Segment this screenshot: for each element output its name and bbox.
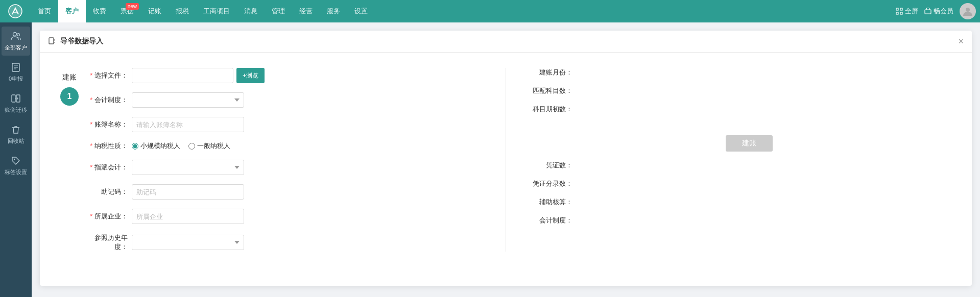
form-row-company: 所属企业： <box>87 209 485 224</box>
info-section: 建账月份： 匹配科目数： 科目期初数： 建账 凭证 <box>527 68 951 252</box>
svg-point-7 <box>13 33 17 36</box>
info-row-voucher: 凭证数： <box>527 161 951 170</box>
history-label: 参照历史年度： <box>87 233 128 252</box>
nav-business[interactable]: 工商项目 <box>196 0 237 22</box>
create-account-button[interactable]: 建账 <box>726 135 773 152</box>
radio-small-scale[interactable]: 小规模纳税人 <box>132 141 180 151</box>
dialog-body: 建账 1 选择文件： +浏览 <box>40 53 972 267</box>
radio-general-input[interactable] <box>188 143 195 150</box>
sidebar-item-trash[interactable]: 回收站 <box>2 120 30 149</box>
svg-rect-10 <box>12 95 15 102</box>
main-content: 导爷数据导入 × 建账 1 选择文件： <box>32 22 980 297</box>
accounting-select[interactable] <box>132 92 244 108</box>
svg-point-12 <box>14 159 15 160</box>
nav-tax[interactable]: 报税 <box>169 0 196 22</box>
accountant-control <box>132 160 244 175</box>
info-row-period: 科目期初数： <box>527 105 951 114</box>
voucher-label: 凭证数： <box>527 161 572 170</box>
top-nav: 首页 客户 收费 票据 new 记账 报税 工商项目 消息 管理 经营 服务 设… <box>0 0 980 22</box>
bookname-input[interactable] <box>132 117 244 132</box>
company-control <box>132 209 244 224</box>
file-input-group: +浏览 <box>132 68 265 83</box>
month-label: 建账月份： <box>527 68 572 77</box>
radio-general[interactable]: 一般纳税人 <box>188 141 230 151</box>
radio-group-tax: 小规模纳税人 一般纳税人 <box>132 141 230 151</box>
fullscreen-btn[interactable]: 全屏 <box>896 7 918 16</box>
period-label: 科目期初数： <box>527 105 572 114</box>
tag-icon <box>10 155 21 166</box>
svg-rect-13 <box>49 38 54 44</box>
dialog-title: 导爷数据导入 <box>60 37 103 46</box>
form-row-memo: 助记码： <box>87 184 485 200</box>
accounting-control <box>132 92 244 108</box>
sidebar-item-migrate[interactable]: 账套迁移 <box>2 89 30 118</box>
nav-invoice-badge: new <box>126 3 139 10</box>
file-input[interactable] <box>132 68 233 83</box>
form-row-accountant: 指派会计： <box>87 160 485 175</box>
tax-label: 纳税性质： <box>87 141 128 151</box>
bookname-label: 账簿名称： <box>87 120 128 129</box>
fullscreen-label: 全屏 <box>905 7 918 16</box>
info-row-aux: 辅助核算： <box>527 197 951 207</box>
sidebar-item-zero-report[interactable]: 0申报 <box>2 58 30 87</box>
match-label: 匹配科目数： <box>527 86 572 95</box>
svg-rect-5 <box>925 10 931 14</box>
nav-message[interactable]: 消息 <box>237 0 265 22</box>
nav-invoice[interactable]: 票据 new <box>113 0 141 22</box>
nav-fee[interactable]: 收费 <box>86 0 113 22</box>
history-select[interactable] <box>132 235 244 250</box>
company-label: 所属企业： <box>87 212 128 221</box>
users-icon <box>10 31 21 42</box>
radio-general-label: 一般纳税人 <box>197 141 230 151</box>
history-control <box>132 235 244 250</box>
svg-point-0 <box>9 5 22 18</box>
browse-button[interactable]: +浏览 <box>236 68 265 83</box>
svg-rect-2 <box>900 8 902 10</box>
dialog-close-button[interactable]: × <box>958 37 964 46</box>
nav-home[interactable]: 首页 <box>31 0 58 22</box>
nav-service[interactable]: 服务 <box>320 0 347 22</box>
memo-input[interactable] <box>132 184 244 200</box>
dialog-header: 导爷数据导入 <box>40 31 972 53</box>
file-control: +浏览 <box>132 68 265 83</box>
form-row-file: 选择文件： +浏览 <box>87 68 485 83</box>
sidebar-label-zero-report: 0申报 <box>9 75 23 83</box>
trash-icon <box>10 124 21 135</box>
svg-point-6 <box>966 8 970 12</box>
nav-bookkeeping[interactable]: 记账 <box>141 0 169 22</box>
sidebar-label-migrate: 账套迁移 <box>5 106 27 114</box>
nav-settings[interactable]: 设置 <box>347 0 375 22</box>
bookname-control <box>132 117 244 132</box>
form-row-accounting: 会计制度： <box>87 92 485 108</box>
avatar[interactable] <box>960 3 976 19</box>
member-btn[interactable]: 畅会员 <box>924 7 953 16</box>
memo-label: 助记码： <box>87 187 128 196</box>
nav-operation[interactable]: 经营 <box>292 0 320 22</box>
company-input[interactable] <box>132 209 244 224</box>
info-row-match: 匹配科目数： <box>527 86 951 95</box>
logo[interactable] <box>4 0 27 22</box>
sidebar-label-tag: 标签设置 <box>5 168 27 176</box>
accounting-system-label: 会计制度： <box>527 216 572 225</box>
form-row-bookname: 账簿名称： <box>87 117 485 132</box>
nav-manage[interactable]: 管理 <box>265 0 292 22</box>
radio-small-scale-input[interactable] <box>132 143 138 150</box>
svg-rect-4 <box>900 12 902 14</box>
file-label: 选择文件： <box>87 71 128 80</box>
svg-rect-1 <box>896 8 898 10</box>
voucher-entries-label: 凭证分录数： <box>527 179 572 188</box>
sidebar: 全部客户 0申报 账套迁移 回收站 标签设置 <box>0 22 32 297</box>
sidebar-label-trash: 回收站 <box>8 137 25 145</box>
member-label: 畅会员 <box>934 7 953 16</box>
dialog: 导爷数据导入 × 建账 1 选择文件： <box>40 31 972 286</box>
accountant-select[interactable] <box>132 160 244 175</box>
nav-right: 全屏 畅会员 <box>896 3 976 19</box>
step-label: 建账 <box>62 73 77 82</box>
form-row-tax: 纳税性质： 小规模纳税人 一般纳税人 <box>87 141 485 151</box>
report-icon <box>10 62 21 73</box>
import-icon <box>48 37 56 45</box>
sidebar-item-tag[interactable]: 标签设置 <box>2 151 30 180</box>
accounting-label: 会计制度： <box>87 95 128 105</box>
sidebar-item-all-customers[interactable]: 全部客户 <box>2 27 30 56</box>
nav-customer[interactable]: 客户 <box>58 0 86 22</box>
